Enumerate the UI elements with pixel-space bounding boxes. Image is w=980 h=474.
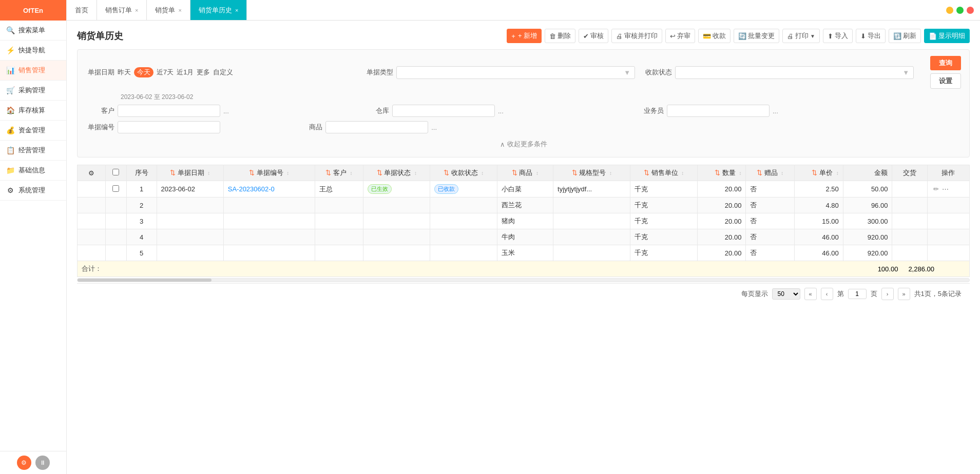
filter-settings-button[interactable]: 设置 <box>930 73 961 89</box>
more-icon[interactable]: ⋯ <box>942 185 949 193</box>
date-custom[interactable]: 自定义 <box>213 68 233 77</box>
col-goods-header[interactable]: ⇅ 商品 ↕ <box>497 165 553 181</box>
minimize-btn[interactable] <box>946 7 953 14</box>
date-today[interactable]: 今天 <box>134 67 153 77</box>
row-checkbox[interactable] <box>112 185 119 192</box>
sidebar-item-search-menu[interactable]: 🔍 搜索菜单 <box>0 21 66 41</box>
row-unit-cell: 千克 <box>630 229 697 245</box>
table-row: 2 西兰花 千克 20.00 否 4.80 96.00 <box>78 198 970 213</box>
table-row: 4 牛肉 千克 20.00 否 46.00 920.00 <box>78 229 970 245</box>
date-1month[interactable]: 近1月 <box>177 68 194 77</box>
warehouse-input[interactable] <box>392 105 495 117</box>
tab-bar: 首页 销售订单 × 销货单 × 销货单历史 × <box>67 0 980 21</box>
col-unit-icon: ⇅ <box>644 169 649 176</box>
paystatus-select[interactable]: ▼ <box>675 66 914 79</box>
col-date-header[interactable]: ⇅ 单据日期 ↕ <box>157 165 223 181</box>
tab-sales-delivery-close[interactable]: × <box>178 7 181 13</box>
import-button[interactable]: ⬆ 导入 <box>823 29 853 43</box>
batch-change-button[interactable]: 🔄 批量变更 <box>734 29 779 43</box>
sidebar-item-purchase-mgmt[interactable]: 🛒 采购管理 <box>0 81 66 101</box>
row-cust-cell <box>315 229 363 245</box>
first-page-btn[interactable]: « <box>804 288 817 300</box>
col-check[interactable] <box>105 165 126 181</box>
goods-ellipsis[interactable]: ... <box>431 124 437 131</box>
date-7days[interactable]: 近7天 <box>157 68 174 77</box>
col-goods-icon: ⇅ <box>512 169 517 176</box>
refresh-button[interactable]: 🔃 刷新 <box>889 29 921 43</box>
tab-sales-history[interactable]: 销货单历史 × <box>190 0 247 20</box>
tab-sales-order[interactable]: 销售订单 × <box>97 0 147 20</box>
new-icon: + <box>511 32 515 40</box>
maximize-btn[interactable] <box>956 7 964 14</box>
col-spec-icon: ⇅ <box>572 169 578 176</box>
new-button[interactable]: + + 新增 <box>507 29 542 43</box>
tab-sales-delivery[interactable]: 销货单 × <box>147 0 190 20</box>
page-size-select[interactable]: 20 50 100 200 <box>772 288 800 300</box>
sidebar-item-sales-mgmt[interactable]: 📊 销售管理 <box>0 61 66 81</box>
close-btn[interactable] <box>967 7 974 14</box>
sidebar-item-label: 快捷导航 <box>18 46 45 55</box>
docno-input[interactable] <box>118 121 220 133</box>
sidebar-toggle-btn[interactable]: ⏸ <box>35 456 50 470</box>
collect-button[interactable]: 💳 收款 <box>698 29 731 43</box>
sidebar-item-label: 库存核算 <box>18 106 45 115</box>
row-price-cell: 46.00 <box>795 229 843 245</box>
sidebar-item-basic-info[interactable]: 📁 基础信息 <box>0 161 66 181</box>
page-number-input[interactable] <box>848 289 867 299</box>
audit-button[interactable]: ✔ 审核 <box>579 29 608 43</box>
collapse-button[interactable]: ∧ 收起更多条件 <box>86 137 961 151</box>
col-amount-header: 金额 <box>843 165 892 181</box>
warehouse-ellipsis[interactable]: ... <box>498 107 504 115</box>
total-info: 共1页，5条记录 <box>914 289 962 299</box>
col-num-header[interactable]: ⇅ 单据编号 ↕ <box>223 165 315 181</box>
tab-home[interactable]: 首页 <box>67 0 97 20</box>
delete-button[interactable]: 🗑 删除 <box>545 29 575 43</box>
customer-ellipsis[interactable]: ... <box>223 107 229 115</box>
col-price-header[interactable]: ⇅ 单价 ↕ <box>795 165 843 181</box>
tab-sales-order-close[interactable]: × <box>135 7 138 13</box>
sidebar-item-quick-nav[interactable]: ⚡ 快捷导航 <box>0 41 66 61</box>
export-button[interactable]: ⬇ 导出 <box>856 29 886 43</box>
row-qty-cell: 20.00 <box>697 213 746 229</box>
col-qty-header[interactable]: ⇅ 数量 ↕ <box>697 165 746 181</box>
doctype-select[interactable]: ▼ <box>396 66 635 79</box>
sidebar-item-finance-mgmt[interactable]: 💰 资金管理 <box>0 121 66 141</box>
row-ops-cell <box>927 198 969 213</box>
col-settings[interactable]: ⚙ <box>78 165 106 181</box>
prev-page-btn[interactable]: ‹ <box>821 288 833 300</box>
col-cust-header[interactable]: ⇅ 客户 ↕ <box>315 165 363 181</box>
sidebar-item-inventory[interactable]: 🏠 库存核算 <box>0 101 66 121</box>
salesperson-ellipsis[interactable]: ... <box>773 107 778 115</box>
row-num-cell <box>223 229 315 245</box>
export-icon: ⬇ <box>860 32 866 40</box>
col-docstatus-header[interactable]: ⇅ 单据状态 ↕ <box>363 165 430 181</box>
col-price-icon: ⇅ <box>812 169 817 176</box>
col-paystatus-header[interactable]: ⇅ 收款状态 ↕ <box>430 165 497 181</box>
inventory-icon: 🏠 <box>6 106 14 114</box>
col-unit-header[interactable]: ⇅ 销售单位 ↕ <box>630 165 697 181</box>
sidebar-settings-btn[interactable]: ⚙ <box>17 456 31 470</box>
customer-input[interactable] <box>118 105 220 117</box>
sidebar-item-ops-mgmt[interactable]: 📋 经营管理 <box>0 141 66 161</box>
last-page-btn[interactable]: » <box>898 288 910 300</box>
salesperson-input[interactable] <box>667 105 770 117</box>
print-button[interactable]: 🖨 打印 ▼ <box>782 29 820 43</box>
date-more[interactable]: 更多 <box>197 68 210 77</box>
col-gift-header[interactable]: ⇅ 赠品 ↕ <box>746 165 795 181</box>
show-detail-icon: 📄 <box>929 32 937 40</box>
date-yesterday[interactable]: 昨天 <box>118 68 131 77</box>
col-spec-header[interactable]: ⇅ 规格型号 ↕ <box>553 165 630 181</box>
sidebar-item-sys-mgmt[interactable]: ⚙ 系统管理 <box>0 181 66 201</box>
next-page-btn[interactable]: › <box>881 288 894 300</box>
audit-print-button[interactable]: 🖨 审核并打印 <box>611 29 662 43</box>
page-size-label: 每页显示 <box>741 289 768 299</box>
tab-sales-history-close[interactable]: × <box>235 7 238 13</box>
search-button[interactable]: 查询 <box>930 56 961 70</box>
show-detail-button[interactable]: 📄 显示明细 <box>924 29 970 43</box>
row-no-cell: 5 <box>126 245 157 261</box>
select-all-checkbox[interactable] <box>112 169 119 175</box>
row-ops-cell <box>927 213 969 229</box>
edit-icon[interactable]: ✏ <box>933 185 939 193</box>
goods-input[interactable] <box>325 121 428 133</box>
abandon-button[interactable]: ↩ 弃审 <box>665 29 695 43</box>
